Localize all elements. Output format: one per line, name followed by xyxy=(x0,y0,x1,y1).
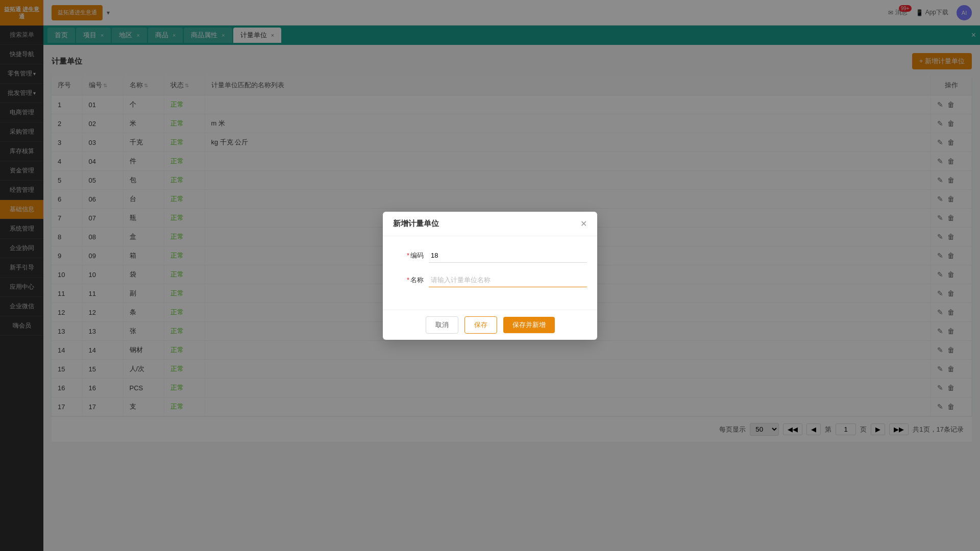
modal-title: 新增计量单位 xyxy=(393,219,439,229)
form-label-code: *编码 xyxy=(393,251,424,260)
modal-header: 新增计量单位 ✕ xyxy=(383,212,597,236)
save-and-new-button[interactable]: 保存并新增 xyxy=(503,317,555,333)
modal-body: *编码 *名称 xyxy=(383,236,597,310)
modal-footer: 取消 保存 保存并新增 xyxy=(383,310,597,340)
modal-close-button[interactable]: ✕ xyxy=(580,219,587,229)
form-row-name: *名称 xyxy=(393,273,587,287)
modal-overlay: 新增计量单位 ✕ *编码 *名称 取消 保存 保存并新增 xyxy=(0,0,980,551)
save-button[interactable]: 保存 xyxy=(464,316,497,334)
form-label-name: *名称 xyxy=(393,276,424,285)
required-mark-name: * xyxy=(407,276,409,284)
cancel-button[interactable]: 取消 xyxy=(426,316,458,334)
add-unit-modal: 新增计量单位 ✕ *编码 *名称 取消 保存 保存并新增 xyxy=(383,212,597,340)
form-input-code[interactable] xyxy=(429,248,587,263)
required-mark-code: * xyxy=(407,252,409,259)
form-input-name[interactable] xyxy=(429,273,587,287)
form-row-code: *编码 xyxy=(393,248,587,263)
